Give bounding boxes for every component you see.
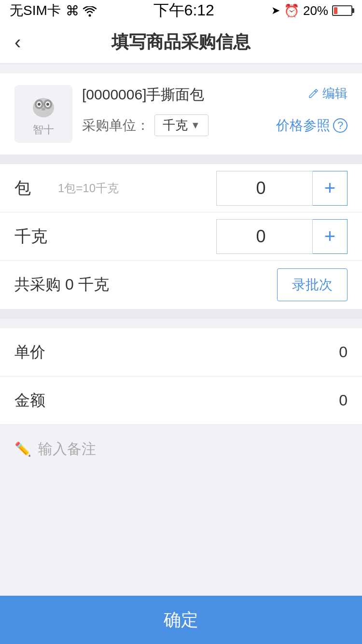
alarm-icon: ⏰ — [284, 3, 299, 18]
edit-button[interactable]: 编辑 — [308, 85, 348, 102]
product-info: [0000006]手撕面包 编辑 采购单位： 千克 ▼ — [82, 85, 348, 136]
remark-placeholder: 输入备注 — [38, 439, 96, 459]
remark-input-area[interactable]: ✏️ 输入备注 — [14, 439, 348, 459]
price-section: 单价 0 金额 0 — [0, 328, 362, 425]
bao-label: 包 — [14, 177, 53, 199]
amount-row: 金额 0 — [0, 377, 362, 425]
pencil-icon: ✏️ — [14, 441, 31, 457]
section-divider-1 — [0, 154, 362, 164]
price-ref-button[interactable]: 价格参照 ? — [276, 116, 348, 135]
status-time: 下午6:12 — [153, 0, 214, 21]
page-title: 填写商品采购信息 — [111, 30, 251, 54]
remark-section: ✏️ 输入备注 — [0, 425, 362, 570]
bao-input-control: + — [216, 171, 348, 206]
nav-bar: ‹ 填写商品采购信息 — [0, 21, 362, 64]
carrier-text: 无SIM卡 — [10, 1, 61, 20]
product-info-bottom: 采购单位： 千克 ▼ 价格参照 ? — [82, 114, 348, 136]
section-divider-2 — [0, 309, 362, 319]
unit-price-label: 单价 — [14, 342, 45, 363]
svg-point-6 — [38, 103, 41, 106]
product-info-top: [0000006]手撕面包 编辑 — [82, 85, 348, 105]
unit-price-row: 单价 0 — [0, 328, 362, 377]
bao-plus-button[interactable]: + — [313, 171, 348, 206]
back-button[interactable]: ‹ — [14, 31, 21, 53]
kilogram-input[interactable] — [216, 219, 313, 254]
product-brand-text: 智十 — [33, 123, 54, 137]
svg-point-7 — [46, 103, 49, 106]
info-icon: ? — [333, 118, 348, 133]
status-left: 无SIM卡 ⌘ — [10, 1, 97, 20]
chevron-down-icon: ▼ — [191, 120, 200, 131]
bao-sublabel: 1包=10千克 — [58, 181, 216, 196]
status-right: ➤ ⏰ 20% — [271, 3, 352, 18]
product-card: 智十 [0000006]手撕面包 编辑 采购单位： — [0, 73, 362, 154]
record-batch-button[interactable]: 录批次 — [277, 268, 348, 301]
product-image: 智十 — [14, 85, 72, 143]
svg-point-0 — [88, 14, 91, 17]
wifi-icon: ⌘ — [66, 3, 97, 19]
location-icon: ➤ — [271, 4, 280, 17]
amount-label: 金额 — [14, 390, 45, 411]
quantity-section: 包 1包=10千克 + 千克 + 共采购 0 千克 录批次 — [0, 164, 362, 309]
bao-input[interactable] — [216, 171, 313, 206]
unit-select[interactable]: 千克 ▼ — [154, 114, 209, 136]
product-name: [0000006]手撕面包 — [82, 85, 308, 105]
confirm-button[interactable]: 确定 — [0, 596, 362, 644]
product-logo-icon — [29, 91, 58, 123]
kilogram-input-control: + — [216, 219, 348, 254]
kilogram-plus-button[interactable]: + — [313, 219, 348, 254]
unit-price-value: 0 — [339, 343, 348, 361]
svg-point-8 — [42, 108, 45, 111]
battery-percent: 20% — [303, 3, 328, 18]
kilogram-label: 千克 — [14, 225, 53, 248]
summary-row: 共采购 0 千克 录批次 — [0, 261, 362, 309]
purchase-unit: 采购单位： 千克 ▼ — [82, 114, 209, 136]
amount-value: 0 — [339, 392, 348, 409]
summary-text: 共采购 0 千克 — [14, 274, 109, 295]
battery-icon — [332, 5, 352, 16]
status-bar: 无SIM卡 ⌘ 下午6:12 ➤ ⏰ 20% — [0, 0, 362, 21]
kilogram-row: 千克 + — [0, 212, 362, 261]
bao-row: 包 1包=10千克 + — [0, 164, 362, 212]
